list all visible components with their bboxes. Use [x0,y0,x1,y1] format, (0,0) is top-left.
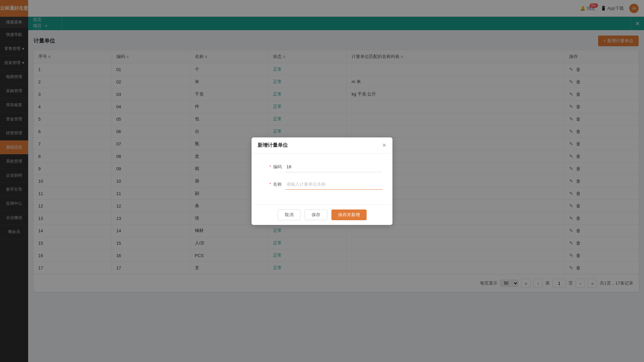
modal-overlay[interactable]: 新增计量单位 ✕ * 编码 * 名称 取消 保存 保存并新增 [0,0,644,362]
code-label: * 编码 [262,164,282,170]
name-form-row: * 名称 [262,179,382,190]
modal-body: * 编码 * 名称 [252,154,392,204]
name-required-mark: * [269,182,271,187]
code-input[interactable] [285,162,382,172]
code-form-row: * 编码 [262,162,382,172]
cancel-button[interactable]: 取消 [278,209,301,220]
modal-close-button[interactable]: ✕ [382,142,386,148]
name-input[interactable] [285,179,382,190]
name-label: * 名称 [262,181,282,187]
save-button[interactable]: 保存 [305,209,327,220]
save-and-new-button[interactable]: 保存并新增 [331,209,367,220]
code-required-mark: * [269,164,271,169]
modal-footer: 取消 保存 保存并新增 [252,204,392,225]
modal-header: 新增计量单位 ✕ [252,137,392,154]
modal-title: 新增计量单位 [258,142,288,148]
add-unit-modal: 新增计量单位 ✕ * 编码 * 名称 取消 保存 保存并新增 [252,137,392,225]
